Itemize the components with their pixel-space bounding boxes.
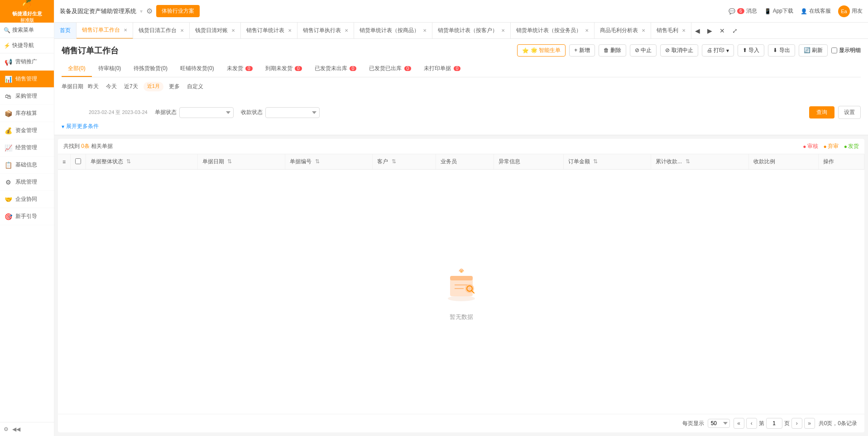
page-input[interactable] [766, 418, 782, 429]
number-sort-icon[interactable]: ⇅ [315, 158, 320, 165]
sales-summary-customer-tab-close[interactable]: ✕ [501, 28, 505, 33]
tab-sales-exec[interactable]: 销售订单执行表 ✕ [297, 23, 354, 39]
tab-nav-next[interactable]: ▶ [704, 23, 716, 39]
sales-summary-staff-tab-close[interactable]: ✕ [585, 28, 589, 33]
product-margin-tab-close[interactable]: ✕ [642, 28, 645, 33]
tab-sales-summary-customer[interactable]: 销货单统计表（按客户） ✕ [432, 23, 511, 39]
sidebar-item-basic-info[interactable]: 📋 基础信息 [0, 156, 54, 174]
filter-date-item: 单据日期 昨天 今天 近7天 近1月 更多 自定义 [62, 82, 205, 91]
expand-more-btn[interactable]: ▾ 展开更多条件 [62, 123, 861, 130]
user-item[interactable]: Ea 用友 [838, 5, 863, 17]
settings-gear-icon[interactable]: ⚙ [146, 7, 153, 15]
message-item[interactable]: 💬 6 消息 [729, 7, 757, 15]
th-date-label: 单据日期 [202, 158, 224, 165]
experience-button[interactable]: 体验行业方案 [156, 5, 200, 17]
tab-product-margin[interactable]: 商品毛利分析表 ✕ [595, 23, 651, 39]
page-last-btn[interactable]: » [804, 418, 815, 429]
cancel-stop-button[interactable]: ⊘ 取消中止 [660, 44, 698, 57]
tab-sales-profit[interactable]: 销售毛利 ✕ [651, 23, 691, 39]
filter-tab-all[interactable]: 全部(0) [62, 61, 92, 77]
sidebar-item-finance[interactable]: 💰 资金管理 [0, 122, 54, 139]
tab-cash-reconcile[interactable]: 钱货日清对账 ✕ [190, 23, 241, 39]
amount-sort-icon[interactable]: ⇅ [593, 158, 598, 165]
import-button[interactable]: ⬆ 导入 [738, 44, 764, 57]
tab-home[interactable]: 首页 [54, 23, 77, 39]
cash-reconcile-tab-close[interactable]: ✕ [231, 28, 235, 33]
page-first-btn[interactable]: « [734, 418, 744, 429]
add-button[interactable]: + 新增 [569, 44, 595, 57]
filter-tab-shipped-out[interactable]: 已发货已出库 0 [363, 61, 417, 77]
sidebar-collapse-btn[interactable]: ◀◀ [12, 426, 20, 432]
filter-status-select[interactable] [179, 107, 234, 118]
tab-nav-prev[interactable]: ◀ [691, 23, 704, 39]
tab-maximize[interactable]: ⤢ [729, 23, 741, 39]
sales-label: 销售管理 [15, 75, 37, 83]
sidebar-logo[interactable]: 🍊 畅捷通好生意 标准版 [0, 0, 54, 23]
print-button[interactable]: 🖨 打印 ▾ [702, 44, 734, 57]
sales-order-tab-close[interactable]: ✕ [124, 28, 127, 33]
service-icon: 👤 [801, 8, 807, 14]
collected-sort-icon[interactable]: ⇅ [686, 158, 690, 165]
page-prev-btn[interactable]: ‹ [746, 418, 757, 429]
filter-tab-pending-review[interactable]: 待审核(0) [92, 61, 128, 77]
filter-tab-not-printed[interactable]: 未打印单据 0 [417, 61, 467, 77]
online-service-item[interactable]: 👤 在线客服 [801, 7, 831, 15]
query-button[interactable]: 查询 [809, 106, 834, 118]
sidebar-item-sales[interactable]: 📊 销售管理 [0, 71, 54, 88]
date-sort-icon[interactable]: ⇅ [227, 158, 232, 165]
sidebar-item-system[interactable]: ⚙ 系统管理 [0, 174, 54, 191]
delete-button[interactable]: 🗑 删除 [599, 44, 626, 57]
sidebar-item-quick-nav[interactable]: ⚡ 快捷导航 [0, 38, 54, 53]
refresh-button[interactable]: 🔄 刷新 [799, 44, 828, 57]
filter-tab-expired[interactable]: 到期未发货 0 [259, 61, 308, 77]
tab-close-all[interactable]: ✕ [716, 23, 729, 39]
sidebar-item-inventory[interactable]: 📦 库存核算 [0, 105, 54, 122]
tab-sales-stats[interactable]: 销售订单统计表 ✕ [241, 23, 297, 39]
svg-rect-2 [450, 276, 473, 280]
tab-sales-order[interactable]: 销售订单工作台 ✕ [77, 23, 133, 39]
tab-sales-summary-staff[interactable]: 销货单统计表（按业务员） ✕ [511, 23, 595, 39]
filter-tab-shipped-not-out[interactable]: 已发货未出库 0 [308, 61, 363, 77]
date-btn-1month[interactable]: 近1月 [144, 82, 163, 91]
sales-profit-tab-close[interactable]: ✕ [682, 28, 686, 33]
app-download-item[interactable]: 📱 App下载 [764, 7, 793, 15]
sidebar-item-guide[interactable]: 🎯 新手引导 [0, 208, 54, 225]
sales-exec-tab-close[interactable]: ✕ [345, 28, 348, 33]
review-action[interactable]: ● 审核 [803, 142, 818, 150]
filter-collect-select[interactable] [265, 107, 320, 118]
filter-tab-pending-inspect[interactable]: 待拣货验货(0) [127, 61, 174, 77]
customer-sort-icon[interactable]: ⇅ [392, 158, 396, 165]
tab-cash-daily[interactable]: 钱货日清工作台 ✕ [133, 23, 190, 39]
system-name-dropdown-icon[interactable]: ▾ [140, 8, 143, 14]
filter-settings-button[interactable]: 设置 [838, 106, 861, 119]
show-detail-label[interactable]: 显示明细 [831, 47, 861, 54]
sidebar-item-marketing[interactable]: 📢 营销推广 [0, 53, 54, 71]
sales-summary-product-tab-close[interactable]: ✕ [423, 28, 427, 33]
filter-tab-not-shipped[interactable]: 未发货 0 [221, 61, 259, 77]
date-btn-yesterday[interactable]: 昨天 [86, 82, 101, 91]
sidebar-item-enterprise[interactable]: 🤝 企业协同 [0, 191, 54, 208]
smart-generate-button[interactable]: ⭐ 🌟 智能生单 [517, 44, 566, 57]
stop-button[interactable]: ⊘ 中止 [630, 44, 657, 57]
ship-action[interactable]: ● 发货 [844, 142, 859, 150]
sidebar-item-operations[interactable]: 📈 经营管理 [0, 139, 54, 156]
sales-stats-tab-close[interactable]: ✕ [288, 28, 292, 33]
sidebar-item-purchase[interactable]: 🛍 采购管理 [0, 88, 54, 105]
show-detail-checkbox[interactable] [831, 47, 837, 53]
page-next-btn[interactable]: › [791, 418, 802, 429]
page-size-select[interactable]: 50 10 20 100 [708, 419, 730, 428]
date-btn-7days[interactable]: 近7天 [122, 82, 140, 91]
purchase-label: 采购管理 [15, 92, 37, 100]
date-btn-today[interactable]: 今天 [104, 82, 119, 91]
date-btn-more[interactable]: 更多 [167, 82, 182, 91]
sidebar-settings-btn[interactable]: ⚙ [4, 426, 9, 432]
filter-tab-wangpu[interactable]: 旺铺待发货(0) [174, 61, 221, 77]
tab-sales-summary-product[interactable]: 销货单统计表（按商品） ✕ [354, 23, 432, 39]
sidebar-item-search[interactable]: 🔍 搜索菜单 [0, 23, 54, 38]
export-button[interactable]: ⬇ 导出 [768, 44, 795, 57]
cancel-review-action[interactable]: ● 弃审 [824, 142, 839, 150]
select-all-checkbox[interactable] [75, 158, 81, 164]
status-sort-icon[interactable]: ⇅ [126, 158, 131, 165]
date-btn-custom[interactable]: 自定义 [185, 82, 205, 91]
cash-daily-tab-close[interactable]: ✕ [180, 28, 184, 33]
